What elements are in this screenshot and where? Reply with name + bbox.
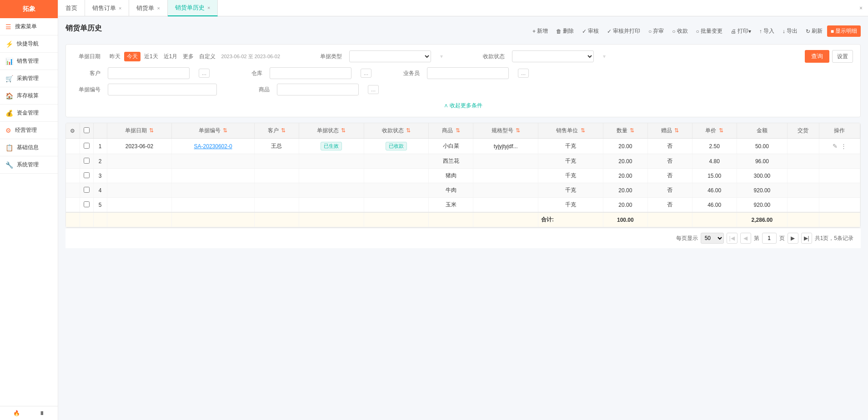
customer-ellipsis[interactable]: ... [199, 69, 210, 78]
print-dropdown-icon: ▾ [748, 28, 751, 35]
sidebar-item-quick-nav[interactable]: ⚡ 快捷导航 [0, 35, 58, 53]
sidebar-item-sys-mgmt[interactable]: 🔧 系统管理 [0, 156, 58, 174]
sidebar-item-ops-mgmt[interactable]: ⚙ 经营管理 [0, 122, 58, 139]
warehouse-ellipsis[interactable]: ... [361, 69, 371, 78]
sidebar-item-fund-mgmt[interactable]: 💰 资金管理 [0, 105, 58, 122]
row-select-checkbox[interactable] [84, 201, 90, 207]
page-number-input[interactable]: 1 [762, 233, 777, 244]
row-quantity: 20.00 [603, 183, 647, 198]
col-product[interactable]: 商品 ⇅ [429, 123, 473, 139]
delete-button[interactable]: 🗑 删除 [552, 25, 577, 37]
audit-print-button[interactable]: ✓ 审核并打印 [603, 25, 644, 37]
yesterday-shortcut[interactable]: 昨天 [108, 52, 122, 61]
tab-sales-history[interactable]: 销货单历史 × [168, 0, 218, 16]
sidebar-item-search-menu[interactable]: ☰ 搜索菜单 [0, 18, 58, 35]
import-button[interactable]: ↑ 导入 [756, 25, 778, 37]
today-shortcut[interactable]: 今天 [124, 52, 140, 61]
custom-shortcut[interactable]: 自定义 [197, 52, 217, 61]
salesperson-input[interactable] [427, 67, 509, 79]
sidebar-item-label: 经营管理 [15, 126, 37, 134]
col-unit[interactable]: 销售单位 ⇅ [538, 123, 603, 139]
tab-close-sales-order[interactable]: × [119, 5, 121, 11]
more-action[interactable]: ⋮ [841, 143, 847, 150]
payment-status-select[interactable] [512, 50, 594, 62]
product-ellipsis[interactable]: ... [368, 85, 379, 94]
select-all-checkbox[interactable] [84, 127, 90, 133]
col-doc-number[interactable]: 单据编号 ⇅ [172, 123, 255, 139]
tab-sales-delivery[interactable]: 销货单 × [129, 0, 167, 16]
row-unit-price: 15.00 [692, 169, 737, 183]
collapse-filter[interactable]: ∧ 收起更多条件 [73, 100, 853, 111]
show-detail-button[interactable]: ■ 显示明细 [827, 25, 861, 37]
row-quantity: 20.00 [603, 169, 647, 183]
warehouse-input[interactable] [270, 67, 351, 79]
last-page-btn[interactable]: ▶| [801, 233, 812, 244]
row-spec [473, 154, 538, 169]
doc-type-select[interactable] [349, 50, 431, 62]
total-amount: 2,286.00 [737, 212, 788, 227]
export-icon: ↓ [783, 28, 785, 35]
salesperson-label: 业务员 [397, 70, 420, 77]
row-gear [66, 139, 80, 154]
row-select-checkbox[interactable] [84, 143, 90, 149]
row-select-checkbox[interactable] [84, 172, 90, 178]
col-unit-price[interactable]: 单价 ⇅ [692, 123, 737, 139]
tab-sales-order[interactable]: 销售订单 × [85, 0, 129, 16]
row-num: 2 [93, 154, 107, 169]
table-row: 4 牛肉 千克 20.00 否 46.00 920.00 [66, 183, 860, 198]
audit-button[interactable]: ✓ 审核 [578, 25, 602, 37]
col-doc-status[interactable]: 单据状态 ⇅ [299, 123, 364, 139]
export-button[interactable]: ↓ 导出 [779, 25, 801, 37]
new-button[interactable]: + 新增 [529, 25, 552, 37]
tab-close-sales-delivery[interactable]: × [157, 5, 160, 11]
refresh-button[interactable]: ↻ 刷新 [802, 25, 826, 37]
sidebar-item-purchase-mgmt[interactable]: 🛒 采购管理 [0, 70, 58, 87]
tab-home[interactable]: 首页 [58, 0, 85, 16]
abandon-button[interactable]: ○ 弃审 [645, 25, 667, 37]
sidebar-item-sales-mgmt[interactable]: 📊 销售管理 [0, 53, 58, 70]
row-unit-price: 4.80 [692, 154, 737, 169]
col-customer[interactable]: 客户 ⇅ [254, 123, 299, 139]
row-doc-number[interactable]: SA-20230602-0 [172, 139, 255, 154]
row-doc-date: 2023-06-02 [107, 139, 172, 154]
edit-action[interactable]: ✎ [833, 143, 838, 150]
more-shortcut[interactable]: 更多 [181, 52, 196, 61]
fire-icon[interactable]: 🔥 [13, 410, 20, 416]
last7-shortcut[interactable]: 近1天 [142, 52, 160, 61]
row-amount: 50.00 [737, 139, 788, 154]
product-input[interactable] [277, 84, 359, 95]
pause-icon[interactable]: ⏸ [39, 410, 45, 416]
col-payment-status[interactable]: 收款状态 ⇅ [364, 123, 429, 139]
prev-page-btn[interactable]: ◀ [740, 233, 751, 244]
abandon-icon: ○ [648, 28, 652, 35]
print-button[interactable]: 🖨 打印 ▾ [727, 25, 755, 37]
col-quantity[interactable]: 数量 ⇅ [603, 123, 647, 139]
page-size-select[interactable]: 50 20 100 [701, 233, 724, 244]
sidebar-item-inventory[interactable]: 🏠 库存核算 [0, 87, 58, 105]
inventory-icon: 🏠 [5, 92, 13, 100]
page-content: 销货单历史 + 新增 🗑 删除 ✓ 审核 ✓ 审核并打印 [58, 16, 868, 420]
tab-close-sales-history[interactable]: × [207, 5, 210, 10]
salesperson-ellipsis[interactable]: ... [518, 69, 529, 78]
product-label: 商品 [242, 86, 270, 94]
batch-change-button[interactable]: ○ 批量变更 [692, 25, 726, 37]
col-gift[interactable]: 赠品 ⇅ [647, 123, 692, 139]
row-select-checkbox[interactable] [84, 187, 90, 193]
last1m-shortcut[interactable]: 近1月 [162, 52, 180, 61]
row-actions [819, 154, 860, 169]
doc-number-input[interactable] [108, 84, 217, 95]
col-gear[interactable]: ⚙ [66, 123, 80, 139]
sidebar-item-label: 快捷导航 [17, 40, 39, 48]
row-select-checkbox[interactable] [84, 158, 90, 164]
next-page-btn[interactable]: ▶ [788, 233, 798, 244]
first-page-btn[interactable]: |◀ [727, 233, 738, 244]
customer-input[interactable] [108, 67, 190, 79]
settings-button[interactable]: 设置 [832, 50, 853, 63]
col-doc-date[interactable]: 单据日期 ⇅ [107, 123, 172, 139]
query-button[interactable]: 查询 [805, 50, 829, 63]
close-all-tabs[interactable]: × [854, 5, 868, 11]
sidebar-item-basic-info[interactable]: 📋 基础信息 [0, 139, 58, 156]
collect-button[interactable]: ○ 收款 [668, 25, 691, 37]
col-spec[interactable]: 规格型号 ⇅ [473, 123, 538, 139]
sort-gift: ⇅ [674, 127, 679, 134]
